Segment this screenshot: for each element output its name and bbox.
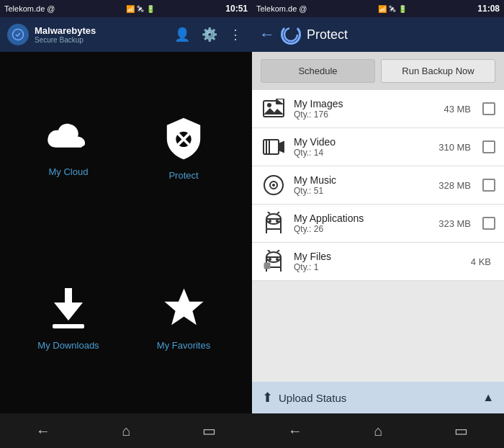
video-qty: Qty.: 14 [294, 148, 431, 158]
video-info: My Video Qty.: 14 [294, 136, 431, 158]
file-item-music[interactable]: My Music Qty.: 51 328 MB [252, 166, 504, 205]
file-item-images[interactable]: My Images Qty.: 176 43 MB [252, 90, 504, 128]
page-title: Protect [307, 27, 497, 42]
video-name: My Video [294, 136, 431, 148]
app-logo [7, 24, 29, 45]
applications-size: 323 MB [438, 218, 471, 229]
protect-label: Protect [168, 170, 198, 181]
svg-rect-37 [264, 263, 270, 269]
cloud-label: My Cloud [49, 166, 89, 177]
left-panel: Telekom.de @ 📶 🛰 🔋 10:51 Malwarebytes Se… [0, 0, 252, 448]
svg-line-34 [277, 250, 279, 252]
file-item-files[interactable]: My Files Qty.: 1 4 KB [252, 243, 504, 281]
images-qty: Qty.: 176 [294, 109, 436, 120]
images-icon [261, 96, 287, 122]
home-button-right[interactable]: ⌂ [374, 423, 382, 439]
files-info: My Files Qty.: 1 [294, 251, 464, 272]
svg-rect-6 [53, 324, 84, 328]
battery-icon: 🔋 [146, 5, 155, 13]
svg-point-20 [272, 184, 275, 187]
action-buttons-row: Schedule Run Backup Now [252, 52, 504, 90]
applications-qty: Qty.: 26 [294, 224, 431, 234]
equalizer-icon[interactable]: ⚙️ [199, 24, 220, 45]
right-status-icons: 📶 🛰 🔋 [378, 5, 407, 13]
left-app-bar: Malwarebytes Secure Backup 👤 ⚙️ ⋮ [0, 17, 252, 52]
menu-item-downloads[interactable]: My Downloads [14, 236, 122, 399]
music-size: 328 MB [438, 180, 471, 191]
images-size: 43 MB [444, 104, 471, 115]
applications-info: My Applications Qty.: 26 [294, 212, 431, 234]
svg-point-23 [269, 220, 271, 223]
svg-point-24 [276, 220, 279, 223]
images-name: My Images [294, 98, 436, 109]
left-status-bar: Telekom.de @ 📶 🛰 🔋 10:51 [0, 0, 252, 17]
chevron-up-icon: ▲ [482, 391, 494, 404]
app-subtitle: Secure Backup [35, 36, 166, 44]
wifi-icon: 🛰 [137, 5, 144, 13]
right-carrier: Telekom.de @ [256, 4, 307, 13]
music-qty: Qty.: 51 [294, 186, 431, 196]
svg-point-8 [284, 28, 297, 41]
video-checkbox[interactable] [482, 140, 495, 153]
schedule-button[interactable]: Schedule [261, 59, 375, 83]
images-info: My Images Qty.: 176 [294, 98, 436, 120]
right-bottom-nav: ← ⌂ ▭ [252, 413, 504, 448]
applications-checkbox[interactable] [482, 217, 495, 230]
main-menu-grid: My Cloud Protect [0, 52, 252, 413]
svg-line-25 [268, 212, 270, 214]
recents-button-right[interactable]: ▭ [454, 422, 468, 439]
upload-status-bar[interactable]: ⬆ Upload Status ▲ [252, 382, 504, 413]
music-name: My Music [294, 174, 431, 186]
menu-item-favorites[interactable]: My Favorites [130, 236, 238, 399]
recents-button-left[interactable]: ▭ [202, 422, 216, 439]
home-button-left[interactable]: ⌂ [122, 423, 130, 439]
svg-point-32 [276, 258, 279, 261]
upload-icon: ⬆ [262, 390, 273, 406]
music-checkbox[interactable] [482, 179, 495, 192]
files-qty: Qty.: 1 [294, 262, 464, 272]
svg-point-0 [13, 30, 24, 40]
more-icon[interactable]: ⋮ [226, 24, 245, 45]
menu-item-protect[interactable]: Protect [130, 66, 238, 229]
back-button-right[interactable]: ← [288, 423, 302, 439]
favorites-label: My Favorites [157, 340, 210, 351]
svg-marker-15 [279, 142, 284, 152]
svg-point-31 [269, 258, 271, 261]
left-time: 10:51 [225, 4, 248, 14]
person-icon[interactable]: 👤 [171, 24, 193, 45]
files-name: My Files [294, 251, 464, 262]
right-signal-icon: 📶 [378, 5, 387, 13]
applications-icon [261, 210, 287, 236]
video-size: 310 MB [438, 142, 471, 153]
svg-line-26 [277, 212, 279, 214]
svg-marker-7 [164, 288, 203, 325]
file-list: My Images Qty.: 176 43 MB My Vi [252, 90, 504, 281]
music-info: My Music Qty.: 51 [294, 174, 431, 196]
video-icon [261, 134, 287, 160]
menu-item-my-cloud[interactable]: My Cloud [14, 66, 122, 229]
star-icon [161, 285, 207, 331]
right-battery-icon: 🔋 [398, 5, 407, 13]
right-app-bar: ← Protect [252, 17, 504, 52]
svg-point-10 [267, 103, 271, 107]
left-carrier: Telekom.de @ [4, 4, 55, 13]
loading-spinner [281, 24, 301, 45]
svg-marker-11 [264, 108, 284, 115]
run-backup-button[interactable]: Run Backup Now [381, 59, 495, 83]
file-item-applications[interactable]: My Applications Qty.: 26 323 MB [252, 205, 504, 243]
cloud-icon [43, 118, 94, 158]
images-checkbox[interactable] [482, 102, 495, 115]
file-item-video[interactable]: My Video Qty.: 14 310 MB [252, 128, 504, 166]
files-size: 4 KB [471, 256, 491, 267]
applications-name: My Applications [294, 212, 431, 224]
files-icon [261, 248, 287, 274]
right-status-bar: Telekom.de @ 📶 🛰 🔋 11:08 [252, 0, 504, 17]
svg-line-33 [268, 250, 270, 252]
right-panel: Telekom.de @ 📶 🛰 🔋 11:08 ← Protect Sched… [252, 0, 504, 448]
back-arrow-icon[interactable]: ← [259, 25, 275, 44]
download-icon [47, 285, 90, 331]
right-time: 11:08 [477, 4, 500, 14]
left-bottom-nav: ← ⌂ ▭ [0, 413, 252, 448]
left-status-icons: 📶 🛰 🔋 [126, 5, 155, 13]
back-button-left[interactable]: ← [36, 423, 50, 439]
